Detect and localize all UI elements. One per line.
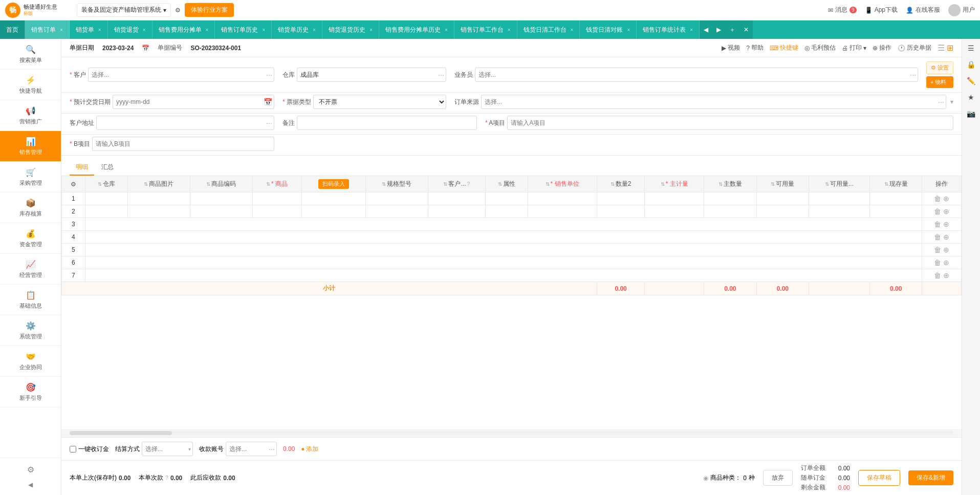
sidebar-item-inventory[interactable]: 📦 库存核算: [0, 192, 61, 223]
sidebar-item-finance[interactable]: 💰 资金管理: [0, 223, 61, 254]
row-1-qty2[interactable]: [597, 192, 645, 205]
help-btn[interactable]: ? 帮助: [746, 44, 764, 52]
nav-next-arrow[interactable]: ▶: [712, 20, 725, 39]
warehouse-input[interactable]: [297, 68, 446, 82]
view-video-btn[interactable]: ▶ 视频: [722, 44, 740, 52]
salesperson-dots[interactable]: ···: [910, 71, 916, 79]
b-project-input[interactable]: [92, 137, 274, 151]
tab-summary[interactable]: 汇总: [95, 160, 120, 176]
tab-detail[interactable]: 明细: [70, 160, 94, 176]
col-qty2[interactable]: ⇅ 数量2: [597, 176, 645, 192]
system-selector[interactable]: 装备及固定资产辅助管理系统 ▾: [77, 3, 171, 17]
col-code[interactable]: ⇅ 商品编码: [190, 176, 252, 192]
copy-icon-3[interactable]: ⊕: [943, 220, 949, 228]
sidebar-item-basic[interactable]: 📋 基础信息: [0, 285, 61, 315]
customer-input[interactable]: [88, 68, 274, 82]
settings-btn[interactable]: ⚙ 设置: [926, 61, 953, 74]
add-item-btn[interactable]: + 物料: [926, 76, 953, 88]
sidebar-item-guide[interactable]: 🎯 新手引导: [0, 377, 61, 407]
right-btn-scan[interactable]: 📷: [964, 106, 978, 121]
collapse-btn[interactable]: ◀: [25, 479, 37, 491]
right-btn-edit[interactable]: ✏️: [964, 74, 978, 88]
order-source-dots[interactable]: ···: [938, 98, 944, 106]
sidebar-item-marketing[interactable]: 📢 营销推广: [0, 100, 61, 131]
invoice-type-select[interactable]: 不开票 增值税普通发票 增值税专用发票: [313, 95, 446, 109]
delete-icon-2[interactable]: 🗑: [934, 207, 941, 216]
save-new-btn[interactable]: 保存&新增: [908, 470, 953, 485]
row-2-image[interactable]: [127, 205, 190, 218]
settings-icon[interactable]: ⚙: [175, 7, 181, 14]
col-scan[interactable]: 扫码录入: [301, 176, 365, 192]
col-available2[interactable]: ⇅ 可用量...: [809, 176, 870, 192]
row-1-attr[interactable]: [485, 192, 528, 205]
row-2-code[interactable]: [190, 205, 252, 218]
col-unit[interactable]: ⇅ * 销售单位: [528, 176, 597, 192]
tab-sales-stats[interactable]: 销售订单统计表 ×: [637, 20, 700, 39]
settings-gear-icon[interactable]: ⚙: [24, 462, 38, 477]
note-input[interactable]: [297, 116, 477, 130]
row-1-product[interactable]: [252, 192, 301, 205]
discard-btn[interactable]: 放弃: [763, 470, 793, 486]
sidebar-item-system[interactable]: ⚙️ 系统管理: [0, 315, 61, 346]
delete-icon-1[interactable]: 🗑: [934, 195, 941, 203]
col-stock[interactable]: ⇅ 现存量: [869, 176, 922, 192]
order-source-input[interactable]: [481, 95, 946, 109]
warehouse-dots[interactable]: ···: [438, 71, 444, 79]
messages-item[interactable]: ✉ 消息 9: [828, 6, 857, 14]
nav-plus[interactable]: ＋: [725, 20, 739, 39]
copy-icon-6[interactable]: ⊕: [943, 259, 949, 267]
more-btn[interactable]: ⊕ 操作: [873, 44, 891, 52]
row-1-warehouse[interactable]: [85, 192, 127, 205]
row-2-available[interactable]: [756, 205, 809, 218]
row-2-attr[interactable]: [485, 205, 528, 218]
app-download-item[interactable]: 📱 App下载: [865, 6, 898, 14]
row-2-spec[interactable]: [365, 205, 428, 218]
col-attr[interactable]: ⇅ 属性: [485, 176, 528, 192]
row-1-available2[interactable]: [809, 192, 870, 205]
right-btn-list[interactable]: ☰: [964, 41, 978, 55]
sales-return-close[interactable]: ×: [143, 27, 146, 33]
tab-sales-order-history[interactable]: 销售订单历史 ×: [215, 20, 272, 39]
sales-fee-close[interactable]: ×: [206, 27, 209, 33]
profit-btn[interactable]: ◎ 毛利预估: [804, 44, 836, 52]
col-main-qty[interactable]: ⇅ 主数量: [704, 176, 757, 192]
row-2-warehouse[interactable]: [85, 205, 127, 218]
copy-icon-1[interactable]: ⊕: [943, 195, 949, 203]
sales-order-close[interactable]: ×: [60, 27, 63, 33]
row-1-main-qty[interactable]: [704, 192, 757, 205]
tab-cash-reconcile[interactable]: 钱货日清对账 ×: [580, 20, 637, 39]
scan-btn[interactable]: 扫码录入: [318, 179, 349, 189]
row-1-spec[interactable]: [365, 192, 428, 205]
address-dots[interactable]: ···: [266, 119, 272, 127]
row-1-main-unit[interactable]: [645, 192, 704, 205]
online-service-item[interactable]: 👤 在线客服: [906, 6, 940, 14]
salesperson-input[interactable]: [475, 68, 918, 82]
add-btn[interactable]: ● 添加: [301, 445, 318, 454]
one-key-checkbox[interactable]: [70, 446, 76, 453]
history-btn[interactable]: 🕐 历史单据: [898, 44, 931, 52]
row-2-customer-code[interactable]: [428, 205, 485, 218]
address-input[interactable]: [96, 116, 274, 130]
col-warehouse[interactable]: ⇅ 仓库: [85, 176, 127, 192]
a-project-input[interactable]: [507, 116, 953, 130]
calendar-icon[interactable]: 📅: [142, 45, 149, 52]
delete-icon-3[interactable]: 🗑: [934, 220, 941, 228]
tab-return-history[interactable]: 销货退货历史 ×: [322, 20, 379, 39]
row-1-available[interactable]: [756, 192, 809, 205]
print-dropdown-icon[interactable]: ▾: [863, 45, 866, 52]
sidebar-item-nav[interactable]: ⚡ 快捷导航: [0, 70, 61, 100]
row-2-unit[interactable]: [528, 205, 597, 218]
col-settings[interactable]: ⚙: [62, 176, 85, 192]
h-scrollbar[interactable]: [70, 431, 953, 435]
user-item[interactable]: 用户: [948, 4, 975, 16]
industry-btn[interactable]: 体验行业方案: [185, 3, 234, 17]
tab-order-workbench[interactable]: 销售订单工作台 ×: [454, 20, 517, 39]
nav-close-all[interactable]: ✕: [739, 20, 753, 39]
shortcut-btn[interactable]: ⌨ 快捷键: [770, 44, 798, 52]
tab-fee-history[interactable]: 销售费用分摊单历史 ×: [379, 20, 454, 39]
row-2-stock[interactable]: [869, 205, 922, 218]
sidebar-item-search[interactable]: 🔍 搜索菜单: [0, 39, 61, 70]
copy-icon-4[interactable]: ⊕: [943, 233, 949, 241]
row-1-stock[interactable]: [869, 192, 922, 205]
row-2-main-unit[interactable]: [645, 205, 704, 218]
